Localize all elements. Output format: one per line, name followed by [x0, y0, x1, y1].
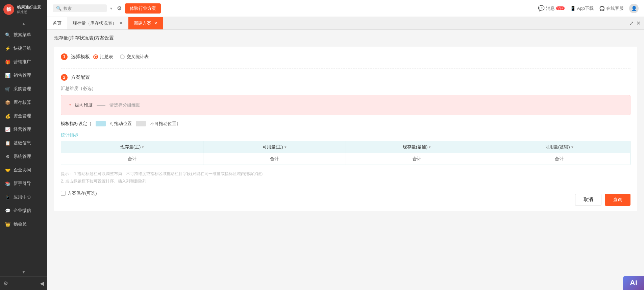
sidebar-item-shortcut[interactable]: ⚡ 快捷导航 — [0, 42, 47, 55]
search-bar[interactable]: 🔍 — [53, 4, 107, 12]
contract-icon: 🤝 — [5, 167, 11, 173]
settings-panel: 1 选择模板 汇总表 交叉统计表 — [54, 47, 637, 211]
tips-area: 提示： 1.拖动标题栏可以调整布局，不可跨维度或指标区域拖动栏目字段(只能在同一… — [61, 170, 630, 185]
sidebar: 畅 畅康通好生意 标准版 ▲ 🔍 搜索菜单 ⚡ 快捷导航 🎁 营销推广 📊 销售… — [0, 0, 47, 290]
save-plan-checkbox[interactable] — [61, 191, 66, 196]
chevron-up-icon[interactable]: ▲ — [22, 21, 26, 27]
tab-new-plan-close-icon[interactable]: ✕ — [154, 21, 157, 26]
sidebar-item-sales[interactable]: 📊 销售管理 — [0, 69, 47, 82]
sidebar-item-contract[interactable]: 🤝 企业协同 — [0, 163, 47, 177]
col1-chevron-icon: ▾ — [284, 145, 287, 149]
wechat-icon: 💬 — [5, 208, 11, 214]
radio-summary-dot — [95, 56, 97, 58]
message-icon: 💬 — [538, 5, 545, 11]
section-config: 2 方案配置 汇总维度（必选） * 纵向维度 —— 请选择分组维度 模板指标设定… — [61, 74, 630, 196]
chevron-down-icon[interactable]: ▼ — [22, 269, 26, 275]
settings-icon[interactable]: ⚙ — [3, 280, 8, 287]
stats-col-1[interactable]: 可用量(主) ▾ — [203, 141, 346, 153]
ai-badge[interactable]: Ai — [623, 276, 644, 290]
stats-data-row: 合计 合计 合计 合计 — [61, 153, 630, 165]
radio-summary-circle — [93, 54, 98, 59]
tips-2: 2. 点击标题栏下拉可设置排序、插入列和删除列 — [61, 178, 630, 185]
sales-icon: 📊 — [5, 72, 11, 78]
sidebar-item-basic[interactable]: 📋 基础信息 — [0, 136, 47, 150]
sidebar-item-appstore[interactable]: 📱 应用中心 — [0, 190, 47, 204]
tab-inventory[interactable]: 现存量（库存状况表） ✕ — [67, 17, 128, 29]
section2-title: 方案配置 — [71, 74, 90, 80]
appstore-icon: 📱 — [5, 194, 11, 200]
cancel-button[interactable]: 取消 — [575, 194, 601, 206]
topbar-right: 💬 消息 99+ 📱 App下载 🎧 在线客服 👤 — [538, 4, 639, 13]
sidebar-item-search[interactable]: 🔍 搜索菜单 — [0, 28, 47, 42]
footer-buttons: 取消 查询 — [575, 194, 630, 206]
tab-new-plan[interactable]: 新建方案 ✕ — [128, 17, 163, 29]
tab-home[interactable]: 首页 — [47, 17, 67, 29]
query-button[interactable]: 查询 — [605, 194, 630, 206]
stats-label: 统计指标 — [61, 132, 630, 138]
stats-col-2[interactable]: 现存量(基辅) ▾ — [346, 141, 488, 153]
undraggable-indicator — [136, 121, 146, 126]
trial-btn[interactable]: 体验行业方案 — [125, 3, 161, 14]
radio-cross[interactable]: 交叉统计表 — [120, 54, 149, 60]
search-icon: 🔍 — [5, 32, 11, 38]
sidebar-nav: 🔍 搜索菜单 ⚡ 快捷导航 🎁 营销推广 📊 销售管理 🛒 采购管理 📦 库存核… — [0, 28, 47, 268]
message-badge: 99+ — [556, 6, 565, 10]
topbar-gear-icon[interactable]: ⚙ — [117, 5, 122, 11]
operation-icon: 📈 — [5, 126, 11, 132]
app-download-btn[interactable]: 📱 App下载 — [570, 5, 594, 11]
stats-table: 现存量(主) ▾ 可用量(主) ▾ 现存量(基辅) ▾ — [61, 141, 630, 165]
sidebar-item-purchase[interactable]: 🛒 采购管理 — [0, 82, 47, 96]
col0-chevron-icon: ▾ — [142, 145, 144, 149]
sidebar-item-wechat[interactable]: 💬 企业微信 — [0, 204, 47, 217]
guide-icon: 📚 — [5, 180, 11, 187]
tips-title: 提示： 1.拖动标题栏可以调整布局，不可跨维度或指标区域拖动栏目字段(只能在同一… — [61, 170, 630, 178]
avatar-icon: 👤 — [631, 6, 637, 11]
inventory-icon: 📦 — [5, 99, 11, 105]
sidebar-item-marketing[interactable]: 🎁 营销推广 — [0, 55, 47, 69]
sidebar-item-operation[interactable]: 📈 经营管理 — [0, 123, 47, 136]
sidebar-item-vip[interactable]: 👑 畅会员 — [0, 217, 47, 231]
radio-summary[interactable]: 汇总表 — [93, 54, 113, 60]
user-avatar[interactable]: 👤 — [629, 4, 639, 13]
service-icon: 🎧 — [599, 6, 605, 11]
vip-icon: 👑 — [5, 221, 11, 227]
stats-data-0: 合计 — [61, 153, 203, 165]
section-divider-1 — [61, 68, 630, 69]
tab-inventory-close-icon[interactable]: ✕ — [119, 21, 123, 26]
app-icon: 📱 — [570, 6, 576, 11]
scroll-down-btn[interactable]: ▼ — [0, 268, 47, 276]
logo-icon: 畅 — [3, 4, 14, 15]
expand-icon[interactable]: ⤢ — [629, 20, 634, 26]
message-btn[interactable]: 💬 消息 99+ — [538, 5, 565, 11]
sidebar-logo: 畅 畅康通好生意 标准版 — [0, 0, 47, 19]
stats-col-0[interactable]: 现存量(主) ▾ — [61, 141, 203, 153]
sidebar-item-guide[interactable]: 📚 新手引导 — [0, 177, 47, 190]
search-icon-top: 🔍 — [56, 6, 61, 11]
sidebar-item-inventory[interactable]: 📦 库存核算 — [0, 96, 47, 109]
system-icon: ⚙ — [5, 153, 11, 160]
tabbar: 首页 现存量（库存状况表） ✕ 新建方案 ✕ ⤢ ✕ — [47, 17, 644, 30]
dim-label: 纵向维度 — [75, 102, 93, 108]
scroll-up-btn[interactable]: ▲ — [0, 19, 47, 28]
section1-num: 1 — [61, 53, 68, 60]
save-plan-label: 方案保存(可选) — [68, 190, 97, 196]
marketing-icon: 🎁 — [5, 59, 11, 65]
search-chevron-icon[interactable]: ▾ — [110, 6, 112, 11]
sidebar-item-system[interactable]: ⚙ 系统管理 — [0, 150, 47, 163]
collapse-icon[interactable]: ◀ — [40, 280, 44, 287]
section2-num: 2 — [61, 74, 68, 81]
main-area: 🔍 ▾ ⚙ 体验行业方案 💬 消息 99+ 📱 App下载 🎧 在线客服 👤 — [47, 0, 644, 290]
close-panel-icon[interactable]: ✕ — [636, 20, 641, 26]
sidebar-bottom: ⚙ ◀ — [0, 276, 47, 290]
stats-col-3[interactable]: 可用量(基辅) ▾ — [488, 141, 630, 153]
required-dimension-area: * 纵向维度 —— 请选择分组维度 — [61, 95, 630, 115]
section-template: 1 选择模板 汇总表 交叉统计表 — [61, 53, 630, 60]
search-input[interactable] — [64, 6, 97, 11]
logo-text: 畅康通好生意 标准版 — [17, 5, 41, 15]
service-btn[interactable]: 🎧 在线客服 — [599, 5, 624, 11]
stats-section: 统计指标 现存量(主) ▾ 可用量(主) ▾ — [61, 132, 630, 165]
draggable-indicator — [96, 121, 106, 126]
template-radio-group: 汇总表 交叉统计表 — [93, 54, 149, 60]
sidebar-item-finance[interactable]: 💰 资金管理 — [0, 109, 47, 123]
dim-placeholder[interactable]: 请选择分组维度 — [109, 102, 140, 108]
